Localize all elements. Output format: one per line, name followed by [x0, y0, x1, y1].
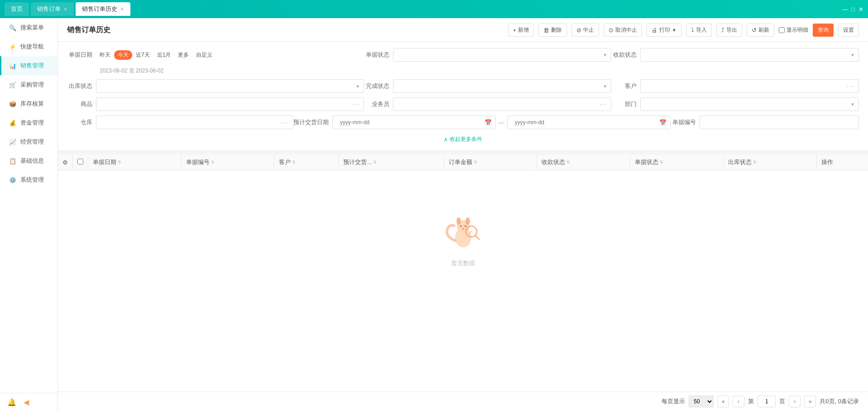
calendar-from-icon[interactable]: 📅 [484, 119, 492, 126]
base-info-icon: 📋 [9, 157, 17, 165]
sidebar-item-base-info[interactable]: 📋 基础信息 [0, 151, 58, 170]
sidebar-item-inventory[interactable]: 📦 库存核算 [0, 94, 58, 113]
export-button[interactable]: ⤴ 导出 [716, 24, 742, 37]
salesperson-more-icon[interactable]: ··· [599, 101, 608, 108]
col-shipment-status[interactable]: 出库状态 ⇅ [723, 155, 816, 170]
col-order-no[interactable]: 单据编号 ⇅ [181, 155, 274, 170]
display-detail-checkbox-label[interactable]: 显示明细 [779, 26, 808, 34]
completion-status-select[interactable]: ▼ [393, 79, 612, 93]
notification-icon[interactable]: 🔔 [7, 398, 16, 406]
import-icon: ⤵ [691, 27, 694, 34]
sidebar-item-finance[interactable]: 💰 资金管理 [0, 113, 58, 132]
print-button[interactable]: 🖨 打印 ▼ [647, 24, 681, 37]
refresh-button[interactable]: ↺ 刷新 [747, 24, 774, 37]
sidebar-item-base-info-label: 基础信息 [20, 157, 44, 165]
collapse-label: 收起更多条件 [450, 135, 482, 143]
date-today[interactable]: 今天 [114, 50, 132, 60]
date-control: 昨天 今天 近7天 近1月 更多 自定义 [96, 50, 364, 60]
department-chevron: ▼ [850, 102, 855, 107]
col-expected-date[interactable]: 预计交货... ⇅ [339, 155, 444, 170]
date-more[interactable]: 更多 [174, 50, 192, 60]
next-page-icon: › [794, 398, 796, 405]
expected-date-to-input[interactable] [511, 116, 659, 129]
page-label-prefix: 第 [748, 397, 754, 406]
col-order-date[interactable]: 单据日期 ⇅ [88, 155, 182, 170]
table-body: 暂无数据 [58, 170, 868, 304]
query-button[interactable]: 查询 [813, 24, 834, 37]
date-last7[interactable]: 近7天 [132, 50, 153, 60]
sidebar-item-purchase[interactable]: 🛒 采购管理 [0, 75, 58, 94]
expected-date-from-input[interactable] [336, 116, 484, 129]
sidebar-item-quick-nav[interactable]: ⚡ 快捷导航 [0, 37, 58, 56]
maximize-btn[interactable]: □ [851, 6, 855, 13]
per-page-select[interactable]: 50 10 20 100 [689, 396, 714, 407]
date-custom[interactable]: 自定义 [192, 50, 216, 60]
department-select[interactable]: ▼ [640, 97, 859, 111]
warehouse-more-icon[interactable]: ··· [281, 119, 289, 126]
add-button[interactable]: + 新增 [508, 24, 534, 37]
settings-button[interactable]: 设置 [838, 24, 859, 37]
product-label: 商品 [67, 100, 92, 108]
col-customer[interactable]: 客户 ⇅ [274, 155, 339, 170]
page-number-input[interactable] [758, 396, 776, 407]
sidebar-item-sales[interactable]: 📊 销售管理 [0, 56, 58, 75]
collapse-bar[interactable]: ∧ 收起更多条件 [67, 134, 859, 144]
date-yesterday[interactable]: 昨天 [96, 50, 114, 60]
shipment-status-select[interactable]: ▼ [96, 79, 364, 93]
tab-sales-order-close[interactable]: ✕ [63, 6, 67, 12]
customer-input[interactable] [644, 80, 847, 92]
cancel-stop-button[interactable]: ⊙ 取消中止 [604, 24, 642, 37]
prev-page-button[interactable]: ‹ [733, 396, 744, 407]
col-order-status[interactable]: 单据状态 ⇅ [630, 155, 724, 170]
tab-sales-order-history[interactable]: 销售订单历史 ✕ [76, 2, 130, 16]
salesperson-input[interactable] [397, 98, 599, 111]
delete-button[interactable]: 🗑 删除 [538, 24, 567, 37]
tab-home[interactable]: 首页 [5, 2, 29, 16]
purchase-icon: 🛒 [9, 81, 17, 89]
import-button[interactable]: ⤵ 导入 [686, 24, 712, 37]
sidebar-item-system[interactable]: ⚙️ 系统管理 [0, 170, 58, 189]
payment-status-select[interactable]: ▼ [640, 48, 859, 62]
payment-status-chevron: ▼ [850, 53, 855, 58]
collapse-sidebar-icon[interactable]: ◀ [24, 398, 29, 406]
sidebar-item-search[interactable]: 🔍 搜索菜单 [0, 18, 58, 37]
col-operation-label: 操作 [821, 159, 833, 165]
next-page-button[interactable]: › [789, 396, 801, 407]
checkbox-col-header[interactable] [73, 155, 88, 170]
table-area: ⚙ 单据日期 ⇅ 单据编号 [58, 155, 868, 392]
shipment-status-sort-icon: ⇅ [753, 160, 757, 164]
display-detail-checkbox[interactable] [779, 27, 785, 33]
col-order-amount[interactable]: 订单金额 ⇅ [444, 155, 537, 170]
tab-sales-order-history-label: 销售订单历史 [82, 5, 117, 13]
date-last1month[interactable]: 近1月 [153, 50, 175, 60]
delete-icon: 🗑 [543, 27, 549, 34]
first-page-icon: « [722, 398, 725, 405]
product-input[interactable] [100, 98, 352, 111]
filter-shipment-status: 出库状态 ▼ [67, 79, 364, 93]
warehouse-input[interactable] [100, 116, 281, 129]
order-no-input[interactable] [700, 116, 859, 129]
page-title: 销售订单历史 [67, 25, 110, 35]
minimize-btn[interactable]: — [842, 6, 848, 13]
add-label: 新增 [518, 26, 529, 34]
last-page-button[interactable]: » [804, 396, 816, 407]
tab-sales-order[interactable]: 销售订单 ✕ [31, 2, 74, 16]
customer-more-icon[interactable]: ··· [847, 82, 855, 90]
select-all-checkbox[interactable] [77, 159, 83, 164]
tab-sales-order-history-close[interactable]: ✕ [120, 6, 124, 12]
product-more-icon[interactable]: ··· [352, 101, 360, 108]
stop-button[interactable]: ⊘ 中止 [571, 24, 599, 37]
empty-state: 暂无数据 [58, 170, 868, 304]
order-status-select[interactable]: ▼ [393, 48, 612, 62]
sidebar-item-finance-label: 资金管理 [20, 119, 44, 127]
settings-col-header[interactable]: ⚙ [58, 155, 73, 170]
system-icon: ⚙️ [9, 176, 17, 184]
data-table: ⚙ 单据日期 ⇅ 单据编号 [58, 155, 868, 304]
first-page-button[interactable]: « [717, 396, 729, 407]
calendar-to-icon[interactable]: 📅 [659, 119, 667, 126]
close-btn[interactable]: ✕ [858, 6, 863, 13]
last-page-icon: » [809, 398, 812, 405]
finance-icon: 💰 [9, 119, 17, 127]
col-payment-status[interactable]: 收款状态 ⇅ [537, 155, 630, 170]
sidebar-item-operations[interactable]: 📈 经营管理 [0, 132, 58, 151]
